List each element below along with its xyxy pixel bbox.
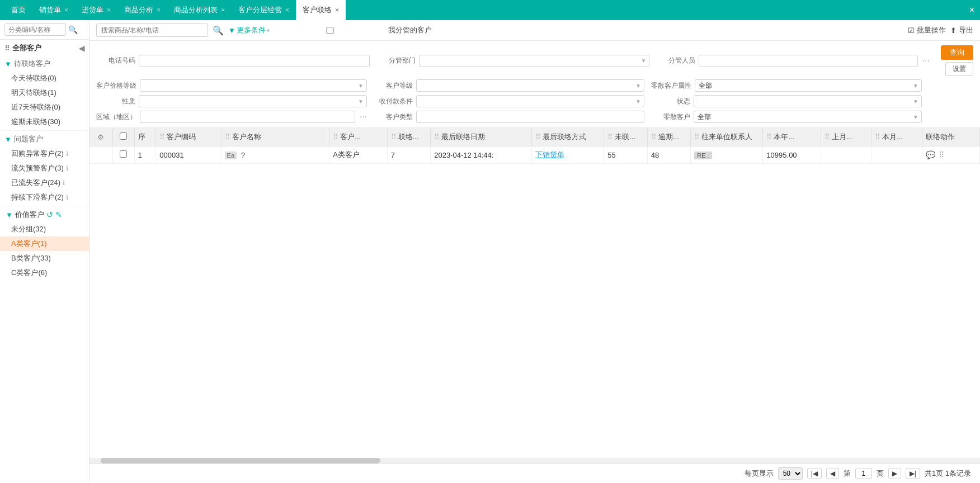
filter-input-customer-type[interactable] (416, 111, 644, 123)
info-icon-churn-warning: ℹ (66, 165, 68, 172)
nav-tab-customer-tier-close[interactable]: × (285, 6, 289, 14)
pag-last-btn[interactable]: ▶| (906, 468, 920, 479)
nav-tab-sales[interactable]: 销货单 × (32, 0, 75, 20)
group-value-arrow[interactable]: ▼ (6, 211, 13, 219)
chat-icon[interactable]: 💬 (926, 150, 935, 159)
nav-tab-sales-close[interactable]: × (64, 6, 68, 14)
col-no-contact-header: ⠿未联... (604, 128, 648, 146)
filter-input-manager[interactable] (699, 55, 917, 67)
filter-label-status: 状态 (651, 97, 690, 106)
nav-tab-analysis-list-label: 商品分析列表 (174, 5, 218, 15)
nav-tab-home[interactable]: 首页 (4, 0, 32, 20)
pag-first-btn[interactable]: |◀ (807, 468, 822, 479)
nav-tab-customer-tier[interactable]: 客户分层经营 × (232, 0, 296, 20)
filter-select-retail-attr-wrap: 全部 ▼ (695, 79, 922, 92)
my-customers-checkbox[interactable] (274, 27, 386, 34)
pag-next-btn[interactable]: ▶ (888, 468, 901, 479)
sidebar-item-tomorrow[interactable]: 明天待联络(1) (0, 86, 89, 100)
nav-tab-analysis[interactable]: 商品分析 × (117, 0, 167, 20)
filter-select-dept[interactable] (419, 55, 650, 67)
batch-op-button[interactable]: ☑ 批量操作 (908, 25, 946, 35)
sidebar-all-customers[interactable]: ⠿ 全部客户 ◀ (0, 40, 89, 56)
per-page-select[interactable]: 50 (778, 467, 803, 480)
pag-page-label: 第 (844, 468, 851, 479)
sidebar-item-class-a[interactable]: A类客户(1) (0, 236, 89, 251)
checkbox-batch-icon: ☑ (908, 26, 915, 35)
gear-icon[interactable]: ⚙ (97, 133, 104, 141)
select-all-checkbox[interactable] (120, 132, 127, 140)
filter-select-retail-attr[interactable]: 全部 (695, 79, 922, 92)
sidebar-item-repurchase[interactable]: 回购异常客户(2) ℹ (0, 146, 89, 161)
more-filters-label: 更多条件 (237, 25, 266, 35)
top-nav: 首页 销货单 × 进货单 × 商品分析 × 商品分析列表 × 客户分层经营 × … (0, 0, 980, 20)
sidebar-group-problem[interactable]: ▼ 问题客户 (0, 132, 89, 146)
pag-total-label: 共1页 1条记录 (925, 468, 971, 479)
sidebar-item-churned[interactable]: 已流失客户(24) ℹ (0, 176, 89, 190)
nav-tab-customer-contact[interactable]: 客户联络 × (296, 0, 346, 20)
col-resizer-overdue: ⠿ (651, 132, 657, 141)
filter-label-payment: 收付款条件 (374, 97, 413, 106)
sidebar-search-icon[interactable]: 🔍 (68, 25, 78, 34)
setting-button[interactable]: 设置 (945, 62, 973, 76)
nav-tab-analysis-close[interactable]: × (157, 6, 161, 14)
sidebar-collapse-icon[interactable]: ◀ (79, 44, 84, 53)
filter-select-status-wrap: ▼ (694, 95, 922, 107)
nav-tab-analysis-list-close[interactable]: × (221, 6, 225, 14)
filter-select-nature[interactable] (139, 95, 367, 107)
filter-label-retail: 零散客户 (651, 112, 690, 122)
nav-tab-purchase[interactable]: 进货单 × (75, 0, 117, 20)
sidebar-item-declining[interactable]: 持续下滑客户(2) ℹ (0, 190, 89, 205)
col-this-month-header: ⠿本月... (871, 128, 922, 146)
nav-tab-analysis-list[interactable]: 商品分析列表 × (167, 0, 232, 20)
filter-select-dept-wrap: ▼ (419, 55, 650, 67)
filter-select-price-tier[interactable] (140, 79, 367, 92)
sidebar-item-today[interactable]: 今天待联络(0) (0, 71, 89, 86)
group-problem-arrow: ▼ (4, 135, 12, 144)
filter-select-payment[interactable] (416, 95, 644, 107)
search-button-icon[interactable]: 🔍 (213, 25, 224, 36)
group-pending-label: 待联络客户 (14, 59, 50, 69)
filter-toolbar: 🔍 ▼ 更多条件 ▾ 我分管的客户 ☑ 批量操作 ⬆ 导出 (89, 20, 980, 41)
query-button[interactable]: 查询 (941, 45, 973, 60)
pag-page-input[interactable] (855, 468, 872, 479)
nav-tab-purchase-close[interactable]: × (107, 6, 111, 14)
search-input[interactable] (96, 23, 208, 37)
sidebar-item-class-b[interactable]: B类客户(33) (0, 251, 89, 266)
sidebar-group-pending[interactable]: ▼ 待联络客户 (0, 56, 89, 71)
filter-row-4: 区域（地区） ··· 客户类型 零散客户 全部 ▼ (96, 111, 973, 123)
filter-row-2: 客户价格等级 ▼ 客户等级 ▼ 零散客户属性 全部 (96, 79, 973, 92)
filter-cell-customer-tier: 客户等级 ▼ (374, 79, 644, 92)
more-filters-button[interactable]: ▼ 更多条件 ▾ (228, 25, 270, 35)
filter-select-retail[interactable]: 全部 (694, 111, 922, 123)
sidebar-item-7days[interactable]: 近7天待联络(0) (0, 100, 89, 115)
sidebar-item-overdue[interactable]: 逾期未联络(30) (0, 115, 89, 129)
filter-input-region[interactable] (140, 111, 355, 123)
group-value-refresh-icon[interactable]: ↺ (46, 210, 53, 219)
sidebar-item-class-c[interactable]: C类客户(6) (0, 266, 89, 280)
table-scrollbar[interactable] (89, 458, 980, 463)
filter-select-status[interactable] (694, 95, 922, 107)
filter-select-customer-tier[interactable] (416, 79, 644, 92)
my-customers-checkbox-label[interactable]: 我分管的客户 (274, 25, 432, 35)
sidebar-item-declining-label: 持续下滑客户(2) (11, 192, 64, 202)
sidebar-item-churn-warning[interactable]: 流失预警客户(3) ℹ (0, 161, 89, 176)
group-value-edit-icon[interactable]: ✎ (55, 210, 62, 219)
region-dots-icon[interactable]: ··· (360, 112, 367, 122)
filter-input-phone[interactable] (139, 55, 370, 67)
my-customers-label: 我分管的客户 (388, 25, 432, 35)
col-resizer-type: ⠿ (333, 132, 338, 141)
pag-prev-btn[interactable]: ◀ (826, 468, 839, 479)
sidebar-item-unclassified[interactable]: 未分组(32) (0, 222, 89, 236)
nav-tab-customer-contact-close[interactable]: × (335, 6, 339, 14)
row-code: 000031 (156, 146, 221, 164)
close-all-icon[interactable]: × (969, 5, 974, 15)
sidebar-item-7days-label: 近7天待联络(0) (11, 102, 60, 112)
row-select-checkbox[interactable] (120, 150, 127, 158)
export-button[interactable]: ⬆ 导出 (950, 25, 973, 35)
row-last-contact-method-link[interactable]: 下销货单 (535, 150, 564, 159)
manager-dots-icon[interactable]: ··· (922, 56, 930, 66)
qr-icon[interactable]: ⠿ (939, 150, 944, 159)
batch-op-label: 批量操作 (917, 25, 946, 35)
sidebar-search-input[interactable] (4, 23, 66, 36)
filter-cell-manager: 分管人员 ··· (656, 55, 930, 67)
